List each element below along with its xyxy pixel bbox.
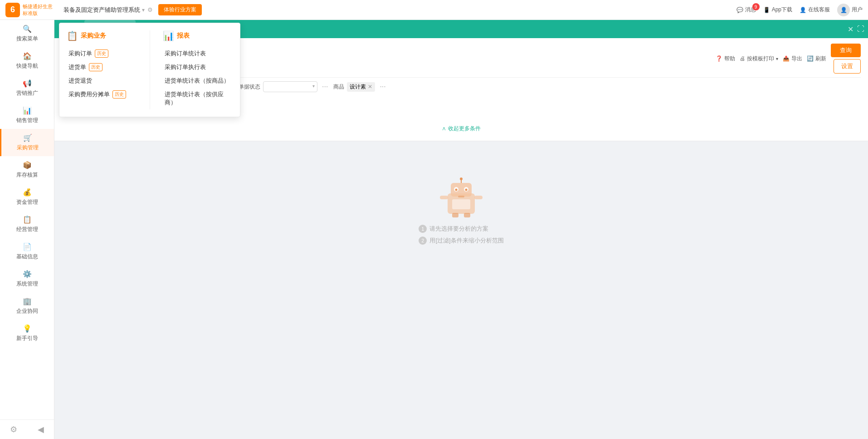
- sidebar-item-marketing[interactable]: 📢 营销推广: [0, 74, 54, 102]
- tab-bar-right: ✕ ⛶: [848, 25, 864, 34]
- logo-area: 6 畅捷通好生意 标准版: [5, 3, 60, 17]
- sidebar-item-inventory[interactable]: 📦 库存核算: [0, 156, 54, 183]
- empty-text: 1 请先选择要分析的方案 2 用[过滤]条件来缩小分析范围: [419, 223, 503, 247]
- dropdown-item-purchase-expense[interactable]: 采购费用分摊单 历史: [67, 88, 137, 101]
- sidebar-bottom: ⚙ ◀: [0, 419, 54, 439]
- refresh-btn[interactable]: 🔄 刷新: [807, 55, 826, 63]
- system-title: 装备及固定资产辅助管理系统 ▾ ⚙: [63, 6, 153, 14]
- sidebar-item-system[interactable]: ⚙️ 系统管理: [0, 265, 54, 292]
- logo-text: 畅捷通好生意 标准版: [23, 3, 53, 16]
- purchase-dropdown-menu: 📋 采购业务 采购订单 历史 进货单 历史 进货退货 采购费用分摊单 历史: [59, 23, 240, 117]
- query-button[interactable]: 查询: [831, 44, 861, 57]
- settings-button[interactable]: 设置: [834, 59, 861, 74]
- dropdown-item-purchase-return[interactable]: 进货退货: [67, 74, 137, 88]
- voucher-status-select[interactable]: [263, 81, 317, 92]
- collapse-sidebar-icon[interactable]: ◀: [38, 424, 44, 434]
- svg-point-7: [460, 178, 463, 180]
- basic-icon: 📄: [23, 242, 32, 251]
- sidebar-item-newbie[interactable]: 💡 新手引导: [0, 320, 54, 347]
- purchase-section-icon: 📋: [67, 30, 78, 41]
- dropdown-item-report-2[interactable]: 进货单统计表（按商品）: [163, 74, 233, 88]
- dropdown-purchase-title: 📋 采购业务: [67, 30, 137, 41]
- chevron-down-icon: ▾: [776, 56, 778, 61]
- hist-badge-3: 历史: [112, 90, 126, 99]
- collapse-bar[interactable]: ∧ 收起更多条件: [62, 122, 861, 135]
- online-service-btn[interactable]: 👤 在线客服: [800, 6, 830, 14]
- dropdown-item-report-1[interactable]: 采购订单执行表: [163, 60, 233, 74]
- settings-icon[interactable]: ⚙: [147, 6, 153, 13]
- settings-bottom-icon[interactable]: ⚙: [10, 424, 17, 434]
- svg-point-4: [455, 189, 458, 191]
- sidebar: 🔍 搜索菜单 🏠 快捷导航 📢 营销推广 📊 销售管理 🛒 采购管理 📦 库存核…: [0, 20, 54, 439]
- marketing-icon: 📢: [23, 79, 32, 88]
- sidebar-item-basic[interactable]: 📄 基础信息: [0, 238, 54, 265]
- dropdown-section-purchase: 📋 采购业务 采购订单 历史 进货单 历史 进货退货 采购费用分摊单 历史: [67, 30, 137, 109]
- content-area: 首页 销售排行榜 ✕ ✕ ⛶ ❓ 帮助 🖨: [54, 20, 868, 439]
- goods-tag: 设计素 ✕: [347, 82, 375, 92]
- svg-rect-1: [451, 183, 472, 197]
- finance-icon: 💰: [23, 188, 32, 197]
- empty-illustration: [436, 178, 486, 218]
- sidebar-item-sales[interactable]: 📊 销售管理: [0, 102, 54, 129]
- print-btn[interactable]: 🖨 按模板打印 ▾: [740, 55, 778, 63]
- newbie-icon: 💡: [23, 324, 32, 333]
- close-window-icon[interactable]: ✕: [848, 25, 853, 34]
- main-layout: 🔍 搜索菜单 🏠 快捷导航 📢 营销推广 📊 销售管理 🛒 采购管理 📦 库存核…: [0, 20, 868, 439]
- hist-badge-1: 历史: [89, 63, 102, 71]
- sidebar-item-operations[interactable]: 📋 经营管理: [0, 211, 54, 238]
- phone-icon: 📱: [763, 7, 770, 13]
- sidebar-item-purchase[interactable]: 🛒 采购管理: [0, 129, 54, 156]
- app-download-btn[interactable]: 📱 App下载: [763, 6, 792, 14]
- header-right: 💬 消息 9 📱 App下载 👤 在线客服 👤 用户: [736, 4, 863, 16]
- top-header: 6 畅捷通好生意 标准版 装备及固定资产辅助管理系统 ▾ ⚙ 体验行业方案 💬 …: [0, 0, 868, 20]
- goods-filter: 商品 设计素 ✕ ···: [333, 82, 385, 92]
- voucher-status-filter: 单据状态 ▾ ···: [239, 81, 328, 92]
- step1-num: 1: [419, 225, 427, 233]
- user-menu[interactable]: 👤 用户: [837, 4, 863, 16]
- dropdown-report-title: 📊 报表: [163, 30, 233, 41]
- export-icon: 📤: [783, 55, 790, 62]
- maximize-icon[interactable]: ⛶: [857, 25, 864, 33]
- goods-more[interactable]: ···: [380, 83, 385, 91]
- app-logo: 6: [5, 3, 20, 17]
- svg-rect-8: [458, 196, 464, 197]
- avatar: 👤: [837, 4, 850, 16]
- dropdown-item-purchase-in[interactable]: 进货单 历史: [67, 60, 137, 74]
- report-section-icon: 📊: [163, 30, 174, 41]
- svg-rect-11: [452, 213, 458, 217]
- svg-rect-9: [440, 196, 448, 199]
- chevron-down-icon[interactable]: ▾: [142, 7, 145, 13]
- dropdown-item-purchase-order[interactable]: 采购订单 历史: [67, 47, 137, 60]
- sidebar-item-search[interactable]: 🔍 搜索菜单: [0, 20, 54, 47]
- svg-rect-12: [464, 213, 470, 217]
- dropdown-item-report-3[interactable]: 进货单统计表（按供应商）: [163, 88, 233, 109]
- goods-tag-close[interactable]: ✕: [368, 84, 372, 90]
- refresh-icon: 🔄: [807, 55, 814, 62]
- sales-icon: 📊: [23, 106, 32, 115]
- export-btn[interactable]: 📤 导出: [783, 55, 802, 63]
- empty-state: 1 请先选择要分析的方案 2 用[过滤]条件来缩小分析范围: [54, 141, 868, 283]
- sidebar-item-finance[interactable]: 💰 资金管理: [0, 183, 54, 211]
- step2-num: 2: [419, 237, 427, 245]
- message-btn[interactable]: 💬 消息 9: [736, 6, 756, 14]
- hist-badge-0: 历史: [95, 49, 108, 58]
- sidebar-item-quicknav[interactable]: 🏠 快捷导航: [0, 47, 54, 74]
- collapse-icon: ∧: [442, 125, 446, 132]
- dropdown-divider: [150, 30, 150, 109]
- inventory-icon: 📦: [23, 161, 32, 169]
- dropdown-item-report-0[interactable]: 采购订单统计表: [163, 47, 233, 60]
- industry-btn[interactable]: 体验行业方案: [158, 4, 202, 15]
- purchase-icon: 🛒: [23, 133, 32, 142]
- voucher-status-more[interactable]: ···: [322, 83, 328, 91]
- print-icon: 🖨: [740, 55, 745, 62]
- dropdown-section-report: 📊 报表 采购订单统计表 采购订单执行表 进货单统计表（按商品） 进货单统计表（…: [163, 30, 233, 109]
- system-icon: ⚙️: [23, 270, 32, 278]
- service-icon: 👤: [800, 7, 806, 13]
- svg-rect-10: [474, 196, 483, 199]
- search-icon: 🔍: [23, 25, 32, 33]
- help-btn[interactable]: ❓ 帮助: [716, 55, 735, 63]
- operations-icon: 📋: [23, 215, 32, 224]
- enterprise-icon: 🏢: [23, 297, 32, 306]
- sidebar-item-enterprise[interactable]: 🏢 企业协同: [0, 292, 54, 320]
- help-icon: ❓: [716, 55, 722, 62]
